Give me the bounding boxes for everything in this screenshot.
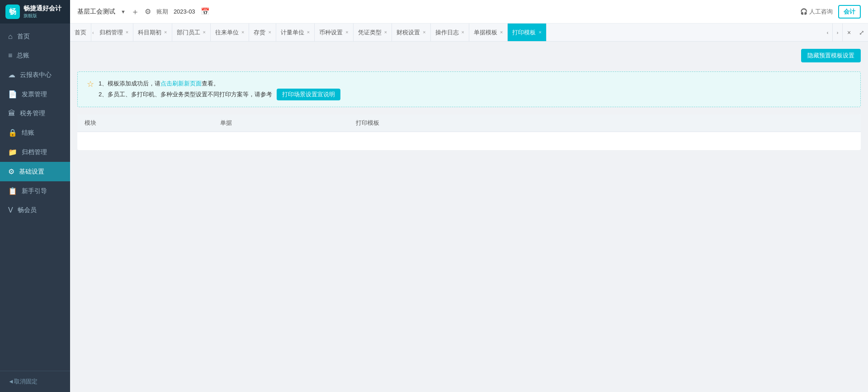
tab-tax-settings-label: 财税设置 bbox=[396, 28, 420, 37]
tab-home-label: 首页 bbox=[75, 28, 86, 37]
col-header-bill: 单据 bbox=[213, 114, 349, 132]
tab-scroll-right-button[interactable]: › bbox=[833, 24, 843, 42]
tab-voucher-type[interactable]: 凭证类型 × bbox=[354, 24, 392, 42]
sidebar-item-archive-label: 归档管理 bbox=[22, 148, 47, 156]
tab-nav-left-icon[interactable]: ‹ bbox=[91, 30, 95, 35]
content-area: 隐藏预置模板设置 ☆ 1、模板添加成功后，请点击刷新新页面查看。 2、多员工、多… bbox=[70, 42, 868, 392]
tab-scroll-left-button[interactable]: ‹ bbox=[823, 24, 833, 42]
sidebar-item-archive[interactable]: 📁 归档管理 bbox=[0, 142, 70, 162]
notice-line-2: 2、多员工、多打印机、多种业务类型设置不同打印方案等，请参考 打印场景设置宣说明 bbox=[99, 89, 851, 100]
tab-expand-button[interactable]: ⤢ bbox=[855, 24, 868, 42]
tab-currency[interactable]: 币种设置 × bbox=[315, 24, 353, 42]
tab-voucher-type-close[interactable]: × bbox=[384, 30, 387, 35]
tab-unit-measure-label: 计量单位 bbox=[281, 28, 304, 37]
tab-operation-log[interactable]: 操作日志 × bbox=[431, 24, 469, 42]
tab-unit-measure[interactable]: 计量单位 × bbox=[276, 24, 315, 42]
customer-service-label: 人工咨询 bbox=[809, 8, 833, 16]
sidebar-footer-pin[interactable]: ◄取消固定 bbox=[0, 371, 70, 392]
tab-currency-close[interactable]: × bbox=[345, 30, 348, 35]
tab-tax-settings-close[interactable]: × bbox=[423, 30, 425, 35]
print-template-table: 模块 单据 打印模板 bbox=[77, 114, 861, 150]
reports-icon: ☁ bbox=[8, 71, 15, 79]
sidebar-item-reports[interactable]: ☁ 云报表中心 bbox=[0, 65, 70, 85]
sidebar-item-invoice[interactable]: 📄 发票管理 bbox=[0, 85, 70, 104]
tab-print-template[interactable]: 打印模板 × bbox=[508, 24, 546, 42]
sidebar-item-basic-settings[interactable]: ⚙ 基础设置 bbox=[0, 162, 70, 181]
top-header: 基层工会测试 ▼ ＋ ⚙ 账期 2023-03 📅 🎧 人工咨询 会计 bbox=[70, 0, 868, 24]
tab-operation-log-close[interactable]: × bbox=[462, 30, 464, 35]
sidebar-nav: ⌂ 首页 ≡ 总账 ☁ 云报表中心 📄 发票管理 🏛 税务管理 🔒 结账 📁 归… bbox=[0, 24, 70, 371]
tab-customer-supplier[interactable]: 往来单位 × bbox=[211, 24, 249, 42]
tab-customer-supplier-close[interactable]: × bbox=[241, 30, 244, 35]
tab-inventory-label: 存货 bbox=[254, 28, 265, 37]
logo-icon: 畅 bbox=[5, 5, 20, 19]
table-body-empty bbox=[77, 132, 861, 150]
tab-subject-opening-label: 科目期初 bbox=[138, 28, 161, 37]
logo-title: 畅捷通好会计 bbox=[24, 5, 61, 13]
notice-line1-link[interactable]: 点击刷新新页面 bbox=[160, 80, 202, 87]
tax-icon: 🏛 bbox=[8, 109, 15, 118]
sidebar-item-member[interactable]: V 畅会员 bbox=[0, 201, 70, 220]
sidebar: 畅 畅捷通好会计 旗舰版 ⌂ 首页 ≡ 总账 ☁ 云报表中心 📄 发票管理 🏛 … bbox=[0, 0, 70, 392]
sidebar-item-guide[interactable]: 📋 新手引导 bbox=[0, 181, 70, 201]
sidebar-item-tax[interactable]: 🏛 税务管理 bbox=[0, 104, 70, 123]
logo-sub: 旗舰版 bbox=[24, 13, 61, 19]
sidebar-item-reports-label: 云报表中心 bbox=[20, 71, 52, 79]
tab-close-all-button[interactable]: × bbox=[843, 24, 855, 42]
period-label: 账期 bbox=[156, 8, 168, 16]
tab-tax-settings[interactable]: 财税设置 × bbox=[392, 24, 430, 42]
col-header-template: 打印模板 bbox=[349, 114, 861, 132]
tab-inventory[interactable]: 存货 × bbox=[249, 24, 276, 42]
tab-subject-opening-close[interactable]: × bbox=[164, 30, 167, 35]
sidebar-item-invoice-label: 发票管理 bbox=[22, 90, 47, 99]
tab-bill-template-label: 单据模板 bbox=[474, 28, 497, 37]
tab-home[interactable]: 首页 bbox=[70, 24, 91, 42]
tab-department-employee[interactable]: 部门员工 × bbox=[172, 24, 211, 42]
hide-preset-template-button[interactable]: 隐藏预置模板设置 bbox=[801, 49, 861, 62]
tab-bill-template[interactable]: 单据模板 × bbox=[469, 24, 508, 42]
sidebar-item-home-label: 首页 bbox=[17, 33, 30, 41]
company-name: 基层工会测试 bbox=[77, 8, 115, 16]
sidebar-item-settlement-label: 结账 bbox=[22, 129, 34, 137]
tab-subject-opening[interactable]: 科目期初 × bbox=[133, 24, 172, 42]
tab-archive-management[interactable]: 归档管理 × bbox=[95, 24, 133, 42]
sidebar-item-general-ledger[interactable]: ≡ 总账 bbox=[0, 46, 70, 65]
tab-archive-management-label: 归档管理 bbox=[99, 28, 123, 37]
tab-operation-log-label: 操作日志 bbox=[435, 28, 459, 37]
settings-gear-icon[interactable]: ⚙ bbox=[145, 7, 151, 16]
member-icon: V bbox=[8, 206, 13, 214]
notice-box: ☆ 1、模板添加成功后，请点击刷新新页面查看。 2、多员工、多打印机、多种业务类… bbox=[77, 71, 861, 107]
tab-voucher-type-label: 凭证类型 bbox=[358, 28, 382, 37]
bulb-icon: ☆ bbox=[87, 79, 94, 89]
sidebar-item-guide-label: 新手引导 bbox=[22, 187, 47, 195]
ledger-icon: ≡ bbox=[8, 52, 12, 60]
tab-archive-management-close[interactable]: × bbox=[126, 30, 128, 35]
print-scene-btn[interactable]: 打印场景设置宣说明 bbox=[277, 89, 340, 100]
main-area: 基层工会测试 ▼ ＋ ⚙ 账期 2023-03 📅 🎧 人工咨询 会计 首页 ‹… bbox=[70, 0, 868, 392]
tab-department-employee-close[interactable]: × bbox=[203, 30, 206, 35]
sidebar-item-basic-settings-label: 基础设置 bbox=[19, 168, 44, 176]
notice-line-1: 1、模板添加成功后，请点击刷新新页面查看。 bbox=[99, 78, 851, 89]
tab-customer-supplier-label: 往来单位 bbox=[215, 28, 239, 37]
calendar-icon[interactable]: 📅 bbox=[201, 7, 210, 16]
tab-inventory-close[interactable]: × bbox=[268, 30, 271, 35]
customer-service-button[interactable]: 🎧 人工咨询 bbox=[800, 8, 833, 16]
add-tab-button[interactable]: ＋ bbox=[131, 8, 139, 16]
tab-bill-template-close[interactable]: × bbox=[500, 30, 503, 35]
sidebar-item-home[interactable]: ⌂ 首页 bbox=[0, 27, 70, 46]
archive-icon: 📁 bbox=[8, 148, 17, 156]
company-dropdown-icon[interactable]: ▼ bbox=[121, 9, 126, 14]
table-header: 模块 单据 打印模板 bbox=[77, 114, 861, 132]
tab-print-template-close[interactable]: × bbox=[538, 30, 541, 35]
tab-unit-measure-close[interactable]: × bbox=[307, 30, 310, 35]
tab-bar: 首页 ‹ 归档管理 × 科目期初 × 部门员工 × 往来单位 × 存货 × 计量… bbox=[70, 24, 868, 42]
sidebar-item-tax-label: 税务管理 bbox=[20, 109, 45, 118]
tab-currency-label: 币种设置 bbox=[319, 28, 343, 37]
top-action-area: 隐藏预置模板设置 bbox=[77, 49, 861, 68]
invoice-icon: 📄 bbox=[8, 90, 17, 99]
kuaiji-button[interactable]: 会计 bbox=[838, 5, 861, 19]
header-right: 🎧 人工咨询 会计 bbox=[800, 5, 861, 19]
logo-text: 畅捷通好会计 旗舰版 bbox=[24, 5, 61, 19]
sidebar-item-settlement[interactable]: 🔒 结账 bbox=[0, 123, 70, 142]
col-header-module: 模块 bbox=[77, 114, 213, 132]
